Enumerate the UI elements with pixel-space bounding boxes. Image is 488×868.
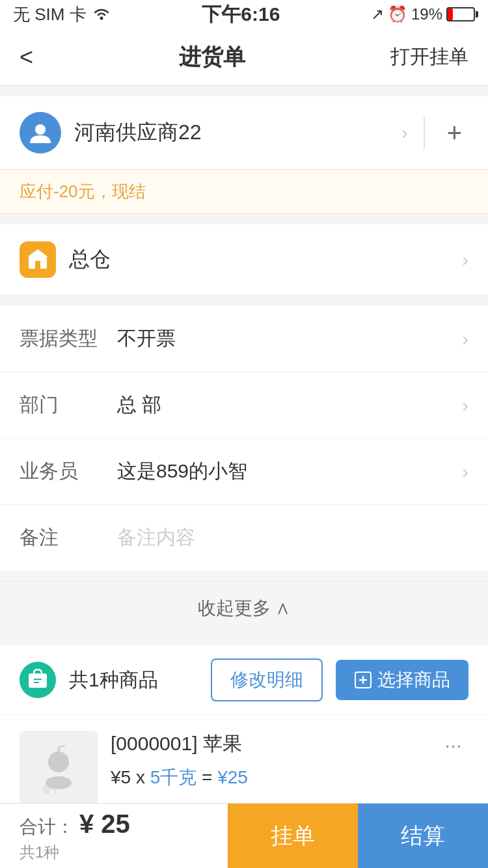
carrier-label: 无 SIM 卡 xyxy=(13,3,87,26)
product-icon xyxy=(20,662,56,698)
hang-order-button[interactable]: 挂单 xyxy=(228,804,358,868)
product-unit-price: ¥5 xyxy=(111,767,131,787)
product-qty: 5千克 xyxy=(150,767,197,787)
product-title: 苹果 xyxy=(203,733,242,754)
svg-point-0 xyxy=(100,16,103,20)
sales-value: 这是859的小智 xyxy=(104,458,462,485)
footer-total-row: 合计： ¥ 25 xyxy=(20,809,208,839)
warehouse-section: 总仓 › xyxy=(0,224,488,295)
remark-row[interactable]: 备注 备注内容 xyxy=(0,505,488,571)
sales-chevron-icon: › xyxy=(462,461,468,483)
dept-value: 总 部 xyxy=(104,392,462,418)
invoice-row[interactable]: 票据类型 不开票 › xyxy=(0,306,488,372)
invoice-value: 不开票 xyxy=(104,325,462,352)
back-button[interactable]: < xyxy=(20,44,33,71)
status-time: 下午6:16 xyxy=(202,1,280,28)
supplier-notice: 应付-20元，现结 xyxy=(0,169,488,214)
form-section: 票据类型 不开票 › 部门 总 部 › 业务员 这是859的小智 › 备注 备注… xyxy=(0,306,488,571)
svg-text:督十: 督十 xyxy=(42,784,61,794)
product-multiply: x xyxy=(136,767,150,787)
footer: 合计： ¥ 25 共1种 挂单 结算 xyxy=(0,803,488,868)
settle-button[interactable]: 结算 xyxy=(358,804,488,868)
product-total: ¥25 xyxy=(217,767,248,787)
dept-chevron-icon: › xyxy=(462,394,468,416)
supplier-divider xyxy=(424,116,425,149)
supplier-name: 河南供应商22 xyxy=(74,118,401,147)
dept-row[interactable]: 部门 总 部 › xyxy=(0,372,488,439)
supplier-section: 河南供应商22 › + 应付-20元，现结 xyxy=(0,96,488,214)
status-left: 无 SIM 卡 xyxy=(13,3,111,26)
page-title: 进货单 xyxy=(179,42,245,72)
dept-label: 部门 xyxy=(20,392,104,418)
alarm-icon: ⏰ xyxy=(388,5,407,23)
add-supplier-button[interactable]: + xyxy=(441,118,468,148)
product-info: [0000001] 苹果 ¥5 x 5千克 = ¥25 xyxy=(111,731,425,790)
product-code: [0000001] xyxy=(111,733,197,754)
sales-row[interactable]: 业务员 这是859的小智 › xyxy=(0,439,488,505)
supplier-row[interactable]: 河南供应商22 › + xyxy=(0,96,488,169)
footer-total: 合计： ¥ 25 共1种 xyxy=(0,804,228,868)
nav-bar: < 进货单 打开挂单 xyxy=(0,29,488,86)
status-bar: 无 SIM 卡 下午6:16 ↗ ⏰ 19% xyxy=(0,0,488,29)
select-product-label: 选择商品 xyxy=(377,668,450,692)
footer-total-amount: ¥ 25 xyxy=(79,809,130,839)
supplier-avatar xyxy=(20,112,61,154)
footer-count: 共1种 xyxy=(20,842,208,863)
battery-percent: 19% xyxy=(411,5,442,23)
svg-point-1 xyxy=(35,124,46,135)
battery-icon xyxy=(446,7,475,21)
product-header: 共1种商品 修改明细 选择商品 xyxy=(0,645,488,715)
invoice-label: 票据类型 xyxy=(20,325,104,352)
supplier-chevron-icon: › xyxy=(401,122,408,144)
location-icon: ↗ xyxy=(371,5,384,23)
status-right: ↗ ⏰ 19% xyxy=(371,5,475,23)
products-section: 共1种商品 修改明细 选择商品 督十 [0000001] 苹果 xyxy=(0,645,488,824)
open-hang-button[interactable]: 打开挂单 xyxy=(390,44,468,70)
edit-detail-button[interactable]: 修改明细 xyxy=(211,658,323,701)
warehouse-chevron-icon: › xyxy=(462,249,468,271)
product-count: 共1种商品 xyxy=(69,667,198,694)
warehouse-row[interactable]: 总仓 › xyxy=(0,224,488,295)
collapse-bar[interactable]: 收起更多 ∧ xyxy=(0,581,488,635)
product-thumbnail: 督十 xyxy=(20,731,98,809)
select-product-button[interactable]: 选择商品 xyxy=(336,660,468,700)
product-equals: = xyxy=(202,767,217,787)
remark-label: 备注 xyxy=(20,524,104,551)
product-price-row: ¥5 x 5千克 = ¥25 xyxy=(111,765,425,790)
warehouse-name: 总仓 xyxy=(69,245,462,274)
remark-input[interactable]: 备注内容 xyxy=(104,524,468,551)
sales-label: 业务员 xyxy=(20,458,104,485)
svg-marker-3 xyxy=(27,249,48,257)
product-name: [0000001] 苹果 xyxy=(111,731,425,757)
svg-point-11 xyxy=(48,752,69,772)
footer-total-label: 合计： xyxy=(20,815,74,839)
wifi-icon xyxy=(92,5,111,25)
svg-rect-4 xyxy=(35,261,40,269)
product-more-button[interactable]: ··· xyxy=(438,731,468,760)
invoice-chevron-icon: › xyxy=(462,328,468,350)
svg-rect-5 xyxy=(29,673,47,688)
warehouse-icon xyxy=(20,241,56,278)
